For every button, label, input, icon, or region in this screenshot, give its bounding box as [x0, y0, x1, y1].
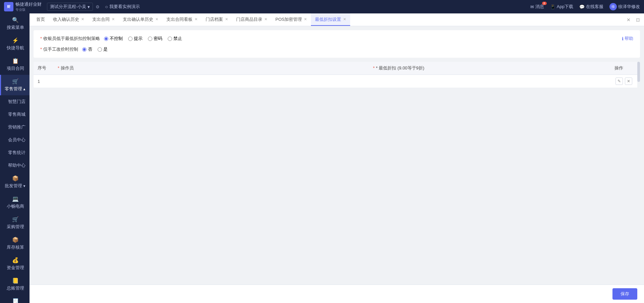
form-row-1: 收银员低于最低折扣控制策略 不控制 提示 密码 [40, 36, 633, 42]
tab-store-file[interactable]: 门店档案 ✕ [202, 13, 232, 26]
scrollbar-thumb [637, 62, 640, 82]
cart-icon: 🛒 [12, 78, 19, 85]
laptop-icon: 💻 [12, 196, 19, 202]
demo-link[interactable]: ○ 我要看实例演示 [105, 4, 140, 10]
radio-password[interactable]: 密码 [148, 36, 162, 42]
close-tab-btn[interactable]: ✕ [625, 16, 632, 23]
field1-label: 收银员低于最低折扣控制策略 [40, 36, 100, 42]
sidebar-item-marketing[interactable]: 营销推广 [0, 121, 30, 134]
field1-radio-group: 不控制 提示 密码 禁止 [104, 36, 182, 42]
app-download-btn[interactable]: 📱 App下载 [550, 4, 573, 10]
col-header-discount: * * 最低折扣 (9.00等于9折) [369, 62, 610, 75]
main-layout: 🔍 搜索菜单 ⚡ 快捷导航 📋 项目合同 🛒 零售管理 ▲ 智慧门店 零售商城 … [0, 13, 644, 303]
sidebar-item-finance[interactable]: 💰 资金管理 [0, 254, 30, 274]
phone-icon: 📱 [550, 4, 555, 9]
search-icon: 🔍 [12, 17, 19, 23]
field2-radio-group: 否 是 [82, 46, 108, 52]
tab-close-expense[interactable]: ✕ [112, 17, 115, 21]
row-delete-btn[interactable]: ✕ [625, 78, 632, 85]
radio-yes[interactable]: 是 [98, 46, 108, 52]
chevron-down-icon: ▼ [23, 184, 26, 188]
project-name: 测试分开流程-小吴 [50, 4, 86, 10]
sidebar-item-contract[interactable]: 📋 项目合同 [0, 54, 30, 75]
page-content: 收银员低于最低折扣控制策略 不控制 提示 密码 [30, 26, 644, 285]
sidebar-item-retail[interactable]: 🛒 零售管理 ▲ [0, 75, 30, 95]
user-menu-btn[interactable]: 徐 徐泽华修改 [609, 3, 640, 10]
form-section: 收银员低于最低折扣控制策略 不控制 提示 密码 [34, 30, 640, 58]
maximize-tab-btn[interactable]: ⊡ [635, 16, 641, 23]
sidebar-item-retail-stats[interactable]: 零售统计 [0, 146, 30, 159]
help-link[interactable]: ℹ 帮助 [622, 36, 633, 42]
tab-close-income[interactable]: ✕ [81, 17, 84, 21]
logo: 财 畅捷通好业财 专业版 [4, 2, 42, 12]
tab-expense-board[interactable]: 支出合同看板 ✕ [162, 13, 202, 26]
sidebar-item-nav[interactable]: ⚡ 快捷导航 [0, 34, 30, 54]
tab-close-store[interactable]: ✕ [225, 17, 228, 21]
tab-expense-history[interactable]: 支出确认单历史 ✕ [119, 13, 162, 26]
tab-actions: ✕ ⊡ [625, 16, 641, 23]
table-scrollbar[interactable] [637, 62, 640, 88]
row-seq: 1 [34, 75, 54, 88]
row-actions: ✎ ✕ [610, 75, 637, 88]
help-icon: ℹ [622, 36, 624, 41]
tab-store-catalog[interactable]: 门店商品目录 ✕ [232, 13, 271, 26]
tab-close-pos[interactable]: ✕ [304, 17, 307, 21]
lightning-icon: ⚡ [12, 37, 19, 44]
tab-close-discount[interactable]: ✕ [343, 17, 346, 21]
logo-icon: 财 [4, 2, 13, 11]
sidebar-item-purchase[interactable]: 🛒 采购管理 [0, 213, 30, 233]
settings-icon[interactable]: ⚙ [96, 4, 100, 9]
online-service-btn[interactable]: 💬 在线客服 [579, 4, 603, 10]
radio-prompt[interactable]: 提示 [128, 36, 143, 42]
content-area: 首页 收入确认历史 ✕ 支出合同 ✕ 支出确认单历史 ✕ 支出合同看板 ✕ 门店… [30, 13, 644, 303]
table-row: 1 ✎ ✕ [34, 75, 637, 88]
field2-label: 仅手工改价时控制 [40, 46, 78, 52]
sidebar-item-mall[interactable]: 零售商城 [0, 108, 30, 121]
chevron-up-icon: ▲ [23, 87, 26, 91]
sidebar-item-smart-store[interactable]: 智慧门店 [0, 95, 30, 108]
box-icon: 📦 [12, 175, 19, 182]
table-section: 序号 * 操作员 * * 最低折扣 (9.00等于9折) [34, 62, 640, 88]
tab-close-catalog[interactable]: ✕ [264, 17, 267, 21]
sidebar-item-search[interactable]: 🔍 搜索菜单 [0, 13, 30, 34]
messages-btn[interactable]: ✉ 消息 8 [530, 4, 544, 10]
sidebar-item-ledger[interactable]: 📒 总账管理 [0, 274, 30, 295]
col-header-operator: * 操作员 [54, 62, 369, 75]
sidebar-item-inventory[interactable]: 📦 库存核算 [0, 233, 30, 254]
message-icon: ✉ [530, 4, 534, 9]
clipboard-icon: 📋 [12, 58, 19, 64]
ledger-icon: 📒 [12, 277, 19, 284]
topbar-right: ✉ 消息 8 📱 App下载 💬 在线客服 徐 徐泽华修改 [530, 3, 640, 10]
sidebar-item-help[interactable]: 帮助中心 [0, 159, 30, 172]
money-icon: 💰 [12, 257, 19, 263]
sidebar-item-invoice[interactable]: 🧾 发票管理 [0, 295, 30, 303]
save-button[interactable]: 保存 [612, 288, 637, 300]
tab-close-board[interactable]: ✕ [195, 17, 198, 21]
col-header-seq: 序号 [34, 62, 54, 75]
row-operator [54, 75, 369, 88]
messages-badge: 8 [542, 2, 547, 5]
sidebar-item-wholesale[interactable]: 📦 批发管理 ▼ [0, 172, 30, 192]
discount-table: 序号 * 操作员 * * 最低折扣 (9.00等于9折) [34, 62, 637, 88]
tab-pos[interactable]: POS加密管理 ✕ [271, 13, 311, 26]
col-header-action: 操作 [610, 62, 637, 75]
sidebar-item-member[interactable]: 会员中心 [0, 134, 30, 146]
row-discount [369, 75, 610, 88]
tabbar: 首页 收入确认历史 ✕ 支出合同 ✕ 支出确认单历史 ✕ 支出合同看板 ✕ 门店… [30, 13, 644, 26]
tab-close-expense-hist[interactable]: ✕ [155, 17, 158, 21]
radio-forbid[interactable]: 禁止 [168, 36, 182, 42]
sidebar-item-ecommerce[interactable]: 💻 小畅电商 [0, 192, 30, 213]
row-edit-btn[interactable]: ✎ [615, 78, 623, 85]
logo-text: 畅捷通好业财 专业版 [15, 2, 42, 12]
radio-no[interactable]: 否 [82, 46, 92, 52]
bottom-bar: 保存 [30, 285, 644, 303]
invoice-icon: 🧾 [12, 298, 19, 303]
tab-income-history[interactable]: 收入确认历史 ✕ [49, 13, 88, 26]
radio-no-control[interactable]: 不控制 [104, 36, 123, 42]
project-selector[interactable]: 测试分开流程-小吴 ▾ [47, 3, 93, 11]
tab-home[interactable]: 首页 [32, 13, 49, 26]
tab-min-discount[interactable]: 最低折扣设置 ✕ [311, 13, 350, 26]
tab-expense-contract[interactable]: 支出合同 ✕ [88, 13, 119, 26]
service-icon: 💬 [579, 4, 585, 9]
topbar: 财 畅捷通好业财 专业版 测试分开流程-小吴 ▾ ⚙ ○ 我要看实例演示 ✉ 消… [0, 0, 644, 13]
